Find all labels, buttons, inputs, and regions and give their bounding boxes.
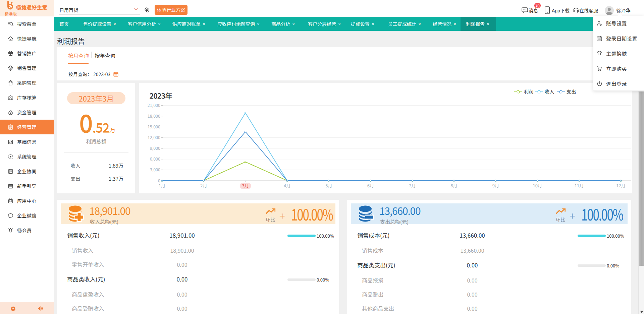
svg-text:9月: 9月 <box>492 182 499 189</box>
svg-text:3月: 3月 <box>242 182 249 189</box>
svg-text:12月: 12月 <box>616 182 625 189</box>
svg-text:1月: 1月 <box>159 182 165 189</box>
svg-text:7月: 7月 <box>409 182 416 189</box>
svg-text:5月: 5月 <box>325 182 332 189</box>
svg-text:2月: 2月 <box>200 182 207 189</box>
svg-text:15,000: 15,000 <box>148 123 160 130</box>
svg-text:9,000: 9,000 <box>150 145 160 151</box>
svg-text:21,000: 21,000 <box>148 102 160 108</box>
svg-text:18,000: 18,000 <box>148 113 160 119</box>
svg-text:10月: 10月 <box>533 182 542 189</box>
svg-text:12,000: 12,000 <box>148 134 160 140</box>
svg-text:8月: 8月 <box>450 182 457 189</box>
svg-text:6,000: 6,000 <box>150 155 160 162</box>
svg-text:3,000: 3,000 <box>150 166 160 173</box>
svg-text:11月: 11月 <box>575 182 584 189</box>
svg-text:6月: 6月 <box>367 182 374 189</box>
svg-text:4月: 4月 <box>284 182 290 189</box>
